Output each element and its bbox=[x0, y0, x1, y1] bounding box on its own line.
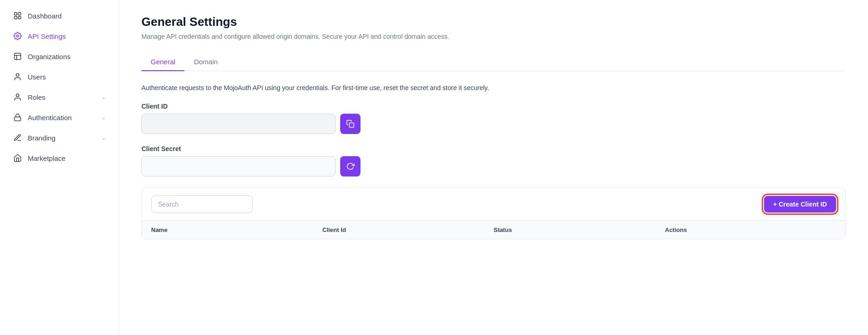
svg-rect-1 bbox=[18, 12, 21, 15]
building-icon bbox=[13, 52, 22, 61]
reset-client-secret-button[interactable] bbox=[340, 156, 361, 177]
gear-icon bbox=[13, 31, 22, 41]
sidebar-item-label: Organizations bbox=[28, 53, 71, 61]
chevron-down-icon: ⌄ bbox=[101, 94, 106, 100]
svg-rect-8 bbox=[14, 117, 21, 121]
table-col-status: Status bbox=[494, 226, 665, 233]
svg-point-7 bbox=[16, 94, 19, 97]
svg-rect-3 bbox=[18, 17, 21, 19]
tabs: General Domain bbox=[141, 53, 846, 71]
sidebar-item-authentication[interactable]: Authentication ⌄ bbox=[4, 107, 115, 128]
chevron-down-icon: ⌄ bbox=[101, 134, 106, 141]
sidebar-item-branding[interactable]: Branding ⌄ bbox=[4, 128, 115, 148]
client-id-row bbox=[141, 114, 846, 134]
svg-rect-2 bbox=[14, 17, 17, 19]
client-id-input[interactable] bbox=[141, 114, 336, 134]
sidebar-item-label: Branding bbox=[28, 134, 55, 142]
client-id-label: Client ID bbox=[141, 103, 846, 110]
section-description: Authenticate requests to the MojoAuth AP… bbox=[141, 84, 846, 91]
table-col-client-id: Client Id bbox=[323, 226, 494, 233]
refresh-icon bbox=[346, 162, 355, 171]
sidebar-item-roles[interactable]: Roles ⌄ bbox=[4, 87, 115, 107]
client-secret-input[interactable]: ********************************** bbox=[141, 156, 336, 177]
table-col-name: Name bbox=[151, 226, 323, 233]
svg-point-4 bbox=[17, 35, 19, 37]
client-secret-row: ********************************** bbox=[141, 156, 846, 177]
lock-icon bbox=[13, 113, 22, 122]
branding-icon bbox=[13, 133, 22, 142]
svg-rect-0 bbox=[14, 12, 17, 15]
chevron-down-icon: ⌄ bbox=[101, 114, 106, 121]
sidebar-item-label: Roles bbox=[28, 93, 45, 101]
sidebar-item-label: API Settings bbox=[28, 32, 66, 40]
sidebar-item-marketplace[interactable]: Marketplace bbox=[4, 148, 115, 168]
tab-general[interactable]: General bbox=[141, 53, 184, 71]
table-header: Name Client Id Status Actions bbox=[142, 220, 845, 239]
page-subtitle: Manage API credentials and configure all… bbox=[141, 33, 846, 40]
svg-point-6 bbox=[16, 73, 19, 76]
sidebar-item-dashboard[interactable]: Dashboard bbox=[4, 6, 115, 26]
marketplace-icon bbox=[13, 153, 22, 163]
copy-icon bbox=[346, 120, 355, 128]
table-col-actions: Actions bbox=[665, 226, 837, 233]
user-icon bbox=[13, 72, 22, 81]
sidebar-item-label: Authentication bbox=[28, 114, 72, 122]
tab-domain[interactable]: Domain bbox=[184, 53, 227, 71]
sidebar-item-users[interactable]: Users bbox=[4, 67, 115, 87]
copy-client-id-button[interactable] bbox=[340, 114, 361, 134]
table-toolbar: + Create Client ID bbox=[142, 188, 845, 220]
sidebar-item-label: Dashboard bbox=[28, 12, 61, 20]
sidebar: Dashboard API Settings Organizations Use… bbox=[0, 0, 119, 335]
page-title: General Settings bbox=[141, 15, 846, 29]
client-secret-label: Client Secret bbox=[141, 145, 846, 152]
sidebar-item-api-settings[interactable]: API Settings bbox=[4, 26, 115, 46]
main-content: General Settings Manage API credentials … bbox=[119, 0, 868, 335]
svg-rect-9 bbox=[349, 123, 354, 128]
dashboard-icon bbox=[13, 11, 22, 20]
search-input[interactable] bbox=[151, 195, 253, 213]
sidebar-item-label: Users bbox=[28, 73, 46, 81]
svg-rect-5 bbox=[14, 53, 21, 60]
sidebar-item-label: Marketplace bbox=[28, 154, 66, 162]
sidebar-item-organizations[interactable]: Organizations bbox=[4, 46, 115, 67]
create-client-id-button[interactable]: + Create Client ID bbox=[764, 196, 836, 213]
roles-icon bbox=[13, 92, 22, 102]
table-section: + Create Client ID Name Client Id Status… bbox=[141, 188, 846, 239]
